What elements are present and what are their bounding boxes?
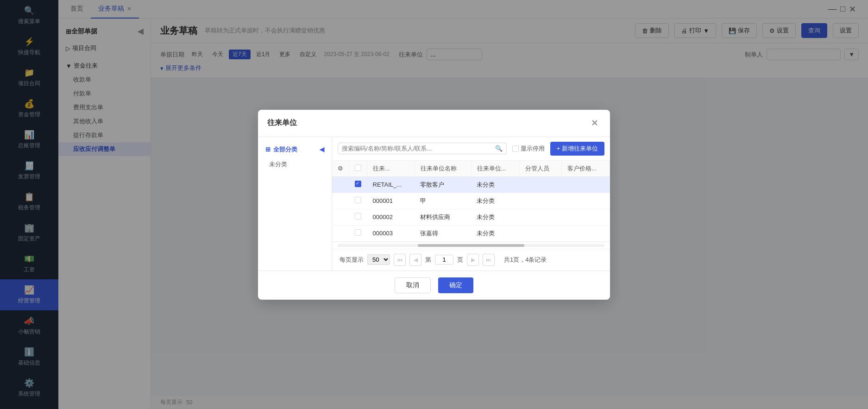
row-settings	[332, 176, 349, 193]
row-settings	[332, 225, 349, 241]
chevron-left-icon: ◀	[320, 146, 324, 153]
row-manager	[519, 176, 561, 193]
row-manager	[519, 225, 561, 241]
row-price	[561, 193, 610, 209]
row-checkbox[interactable]	[355, 197, 361, 203]
modal-category-panel: ⊞ 全部分类 ◀ 未分类	[258, 137, 332, 271]
modal-title: 往来单位	[267, 118, 297, 128]
row-manager	[519, 193, 561, 209]
row-category: 未分类	[471, 176, 519, 193]
row-settings	[332, 209, 349, 225]
row-checkbox-cell[interactable]	[349, 176, 367, 193]
table-row[interactable]: 000002 材料供应商 未分类	[332, 209, 610, 225]
page-size-select[interactable]: 50	[367, 254, 390, 265]
partner-modal: 往来单位 ✕ ⊞ 全部分类 ◀ 未分类	[258, 110, 610, 300]
modal-right-panel: 🔍 显示停用 + 新增往来单位 ⚙	[332, 137, 610, 271]
row-category: 未分类	[471, 193, 519, 209]
col-code: 往来...	[367, 161, 415, 177]
scrollbar-track	[338, 244, 604, 247]
row-price	[561, 225, 610, 241]
row-category: 未分类	[471, 209, 519, 225]
confirm-button[interactable]: 确定	[438, 277, 473, 293]
page-last-button[interactable]: ⏭	[483, 254, 495, 266]
modal-scrollbar[interactable]	[332, 242, 610, 249]
row-code: RETAIL_...	[367, 176, 415, 193]
row-price	[561, 209, 610, 225]
row-category: 未分类	[471, 225, 519, 241]
modal-overlay[interactable]: 往来单位 ✕ ⊞ 全部分类 ◀ 未分类	[0, 0, 868, 409]
row-code: 000001	[367, 193, 415, 209]
row-settings	[332, 193, 349, 209]
row-checkbox[interactable]	[355, 181, 361, 187]
modal-header: 往来单位 ✕	[258, 110, 610, 137]
row-name: 甲	[415, 193, 471, 209]
row-name: 零散客户	[415, 176, 471, 193]
row-checkbox-cell[interactable]	[349, 225, 367, 241]
row-price	[561, 176, 610, 193]
row-name: 张嘉得	[415, 225, 471, 241]
row-checkbox-cell[interactable]	[349, 209, 367, 225]
modal-category-uncategorized[interactable]: 未分类	[258, 157, 332, 171]
modal-search-container: 🔍	[338, 143, 507, 154]
modal-table: ⚙ 往来... 往来单位名称 往来单位... 分管人员 客户价格...	[332, 161, 610, 242]
scrollbar-thumb[interactable]	[418, 244, 524, 247]
show-disabled-checkbox[interactable]	[512, 145, 519, 152]
page-first-button[interactable]: ⏮	[394, 254, 406, 266]
header-checkbox[interactable]	[355, 164, 361, 171]
page-number-input[interactable]	[435, 255, 453, 264]
row-manager	[519, 209, 561, 225]
modal-body: ⊞ 全部分类 ◀ 未分类 🔍 显示停用	[258, 137, 610, 271]
col-category: 往来单位...	[471, 161, 519, 177]
col-settings: ⚙	[332, 161, 349, 177]
row-checkbox[interactable]	[355, 229, 361, 236]
col-checkbox	[349, 161, 367, 177]
modal-pagination: 每页显示 50 ⏮ ◀ 第 页 ▶ ⏭ 共1页，4条记录	[332, 249, 610, 271]
page-next-button[interactable]: ▶	[467, 254, 479, 266]
grid-small-icon: ⊞	[265, 146, 270, 153]
row-checkbox[interactable]	[355, 213, 361, 220]
table-row[interactable]: RETAIL_... 零散客户 未分类	[332, 176, 610, 193]
add-partner-button[interactable]: + 新增往来单位	[550, 142, 604, 156]
row-checkbox-cell[interactable]	[349, 193, 367, 209]
col-name: 往来单位名称	[415, 161, 471, 177]
search-icon: 🔍	[495, 145, 503, 152]
show-disabled-toggle[interactable]: 显示停用	[512, 145, 545, 153]
col-manager: 分管人员	[519, 161, 561, 177]
row-code: 000002	[367, 209, 415, 225]
row-name: 材料供应商	[415, 209, 471, 225]
modal-footer: 取消 确定	[258, 271, 610, 300]
table-row[interactable]: 000003 张嘉得 未分类	[332, 225, 610, 241]
modal-close-button[interactable]: ✕	[588, 117, 601, 129]
modal-toolbar: 🔍 显示停用 + 新增往来单位	[332, 137, 610, 161]
col-price: 客户价格...	[561, 161, 610, 177]
page-prev-button[interactable]: ◀	[409, 254, 421, 266]
cancel-button[interactable]: 取消	[395, 277, 431, 293]
modal-search-input[interactable]	[342, 145, 492, 152]
row-code: 000003	[367, 225, 415, 241]
modal-category-all[interactable]: ⊞ 全部分类 ◀	[258, 142, 332, 157]
table-row[interactable]: 000001 甲 未分类	[332, 193, 610, 209]
